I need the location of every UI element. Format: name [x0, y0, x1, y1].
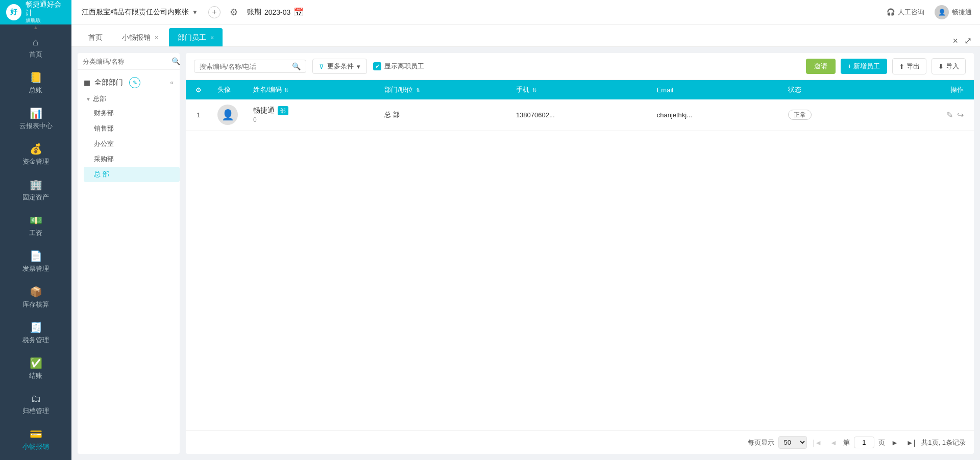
department-panel: 🔍 ▦ 全部部门 ✎ « ▼ 总部 财务部 [78, 53, 180, 454]
salary-icon: 💵 [30, 214, 42, 226]
prev-page-button[interactable]: ◄ [828, 438, 839, 448]
pagination-bar: 每页显示 10 20 50 100 |◄ ◄ 第 页 ► ►| 共1页, 1条记… [186, 430, 974, 454]
col-status: 状态 [782, 80, 880, 99]
sidebar-item-assets[interactable]: 🏢 固定资产 [0, 172, 71, 208]
expand-tab-button[interactable]: ⤢ [964, 35, 972, 46]
dept-search-input[interactable] [83, 58, 168, 65]
import-button[interactable]: ⬇ 导入 [932, 58, 966, 74]
logo-text-block: 畅捷通好会计 旗舰版 [26, 0, 65, 24]
cell-name-code: 畅捷通 部 0 [247, 99, 378, 131]
support-button[interactable]: 🎧 人工咨询 [887, 8, 924, 17]
sidebar-item-salary[interactable]: 💵 工资 [0, 208, 71, 244]
resigned-checkbox-icon[interactable] [373, 62, 381, 70]
dept-edit-badge[interactable]: ✎ [129, 77, 140, 88]
tab-expense-label: 小畅报销 [122, 33, 151, 42]
dept-badge: 部 [278, 106, 288, 115]
tab-home[interactable]: 首页 [80, 28, 111, 46]
show-resigned-checkbox[interactable]: 显示离职员工 [373, 62, 424, 71]
sidebar-item-funds[interactable]: 💰 资金管理 [0, 137, 71, 172]
employee-code: 0 [253, 116, 372, 123]
dept-item-office[interactable]: 办公室 [84, 136, 180, 151]
col-name-code[interactable]: 姓名/编码 ⇅ [247, 80, 378, 99]
add-employee-button[interactable]: + 新增员工 [841, 59, 887, 74]
edit-icon[interactable]: ✎ [946, 110, 953, 120]
company-selector[interactable]: 江西服宝精品有限责任公司内账张 ▼ [78, 6, 202, 19]
dept-item-headquarters[interactable]: 总 部 [84, 167, 180, 182]
tab-employees[interactable]: 部门员工 × [169, 28, 223, 46]
sidebar-item-label-reports: 云报表中心 [19, 121, 53, 131]
dept-item-finance[interactable]: 财务部 [84, 106, 180, 121]
dept-item-sales[interactable]: 销售部 [84, 121, 180, 136]
period-label: 账期 [247, 8, 261, 17]
dept-group-headquarters: ▼ 总部 财务部 销售部 办公室 采购部 总 部 [78, 91, 180, 182]
dept-collapse-button[interactable]: « [170, 79, 174, 86]
sidebar-item-label-invoice: 发票管理 [22, 264, 49, 273]
arrow-down-icon: ▼ [86, 96, 91, 102]
tab-employees-close[interactable]: × [210, 34, 214, 41]
sidebar-item-label-assets: 固定资产 [22, 193, 49, 202]
export-button[interactable]: ⬆ 导出 [892, 58, 926, 74]
cell-dept: 总 部 [378, 99, 509, 131]
settings-gear-button[interactable]: ⚙ [227, 5, 241, 19]
sidebar-item-label-ledger: 总账 [29, 86, 42, 95]
period-value: 2023-03 [264, 8, 290, 16]
period-selector[interactable]: 账期 2023-03 📅 [247, 7, 304, 17]
inventory-icon: 📦 [30, 286, 42, 298]
employee-search-input[interactable] [200, 63, 289, 70]
next-page-button[interactable]: ► [889, 438, 900, 448]
sidebar: ▲ ⌂ 首页 📒 总账 📊 云报表中心 💰 资金管理 🏢 固定资产 💵 工资 📄… [0, 24, 71, 460]
search-icon[interactable]: 🔍 [292, 62, 301, 70]
invite-button[interactable]: 邀请 [806, 59, 836, 74]
tab-expense[interactable]: 小畅报销 × [113, 28, 167, 46]
reports-icon: 📊 [30, 107, 42, 119]
sidebar-item-ledger[interactable]: 📒 总账 [0, 65, 71, 101]
dept-all-item[interactable]: ▦ 全部部门 ✎ « [78, 74, 180, 91]
company-name: 江西服宝精品有限责任公司内账张 [82, 8, 189, 17]
employee-avatar: 👤 [217, 105, 238, 125]
tab-home-label: 首页 [88, 33, 103, 42]
export-label: 导出 [906, 62, 920, 71]
sidebar-item-settings[interactable]: ⚙ 基础设置 [0, 457, 71, 460]
dept-group-headquarters-label[interactable]: ▼ 总部 [84, 91, 180, 106]
page-size-label: 每页显示 [748, 438, 774, 447]
page-size-select[interactable]: 10 20 50 100 [778, 436, 807, 449]
sidebar-item-reports[interactable]: 📊 云报表中心 [0, 101, 71, 137]
sidebar-item-expense[interactable]: 💳 小畅报销 [0, 422, 71, 457]
sidebar-item-label-tax: 税务管理 [22, 336, 49, 345]
dept-search-icon[interactable]: 🔍 [172, 57, 180, 65]
sidebar-item-label-salary: 工资 [29, 228, 42, 238]
grid-icon: ▦ [84, 79, 90, 87]
tab-expense-close[interactable]: × [155, 34, 158, 41]
col-phone[interactable]: 手机 ⇅ [510, 80, 651, 99]
sidebar-item-label-inventory: 库存核算 [22, 300, 49, 309]
header-right: 🎧 人工咨询 👤 畅捷通 [887, 5, 972, 19]
sidebar-item-home[interactable]: ⌂ 首页 [0, 30, 71, 65]
sidebar-item-invoice[interactable]: 📄 发票管理 [0, 244, 71, 279]
first-page-button[interactable]: |◄ [811, 438, 824, 448]
sidebar-item-checkout[interactable]: ✅ 结账 [0, 351, 71, 387]
last-page-button[interactable]: ►| [904, 438, 918, 448]
cell-email: chanjethkj... [651, 99, 782, 131]
archive-icon: 🗂 [31, 393, 41, 404]
support-label: 人工咨询 [898, 8, 924, 17]
sidebar-item-label-checkout: 结账 [29, 371, 42, 380]
logo-area: 好 畅捷通好会计 旗舰版 [0, 0, 71, 24]
dept-item-procurement[interactable]: 采购部 [84, 151, 180, 167]
sidebar-item-inventory[interactable]: 📦 库存核算 [0, 279, 71, 315]
sidebar-item-archive[interactable]: 🗂 归档管理 [0, 387, 71, 422]
cell-phone: 138070602... [510, 99, 651, 131]
add-company-button[interactable]: + [208, 6, 220, 18]
more-filter-button[interactable]: ⊽ 更多条件 ▾ [312, 59, 367, 74]
col-settings[interactable]: ⚙ [186, 80, 211, 99]
page-input[interactable] [854, 437, 874, 448]
user-menu[interactable]: 👤 畅捷通 [935, 5, 972, 19]
page-suffix: 页 [878, 438, 885, 447]
app-name: 畅捷通好会计 [26, 0, 65, 17]
calendar-icon[interactable]: 📅 [293, 7, 304, 17]
sidebar-item-tax[interactable]: 🧾 税务管理 [0, 315, 71, 351]
close-tab-button[interactable]: × [952, 36, 958, 46]
col-dept[interactable]: 部门/职位 ⇅ [378, 80, 509, 99]
app-edition: 旗舰版 [26, 17, 65, 24]
tab-bar-right: × ⤢ [952, 35, 972, 46]
logout-icon[interactable]: ↪ [957, 110, 964, 120]
